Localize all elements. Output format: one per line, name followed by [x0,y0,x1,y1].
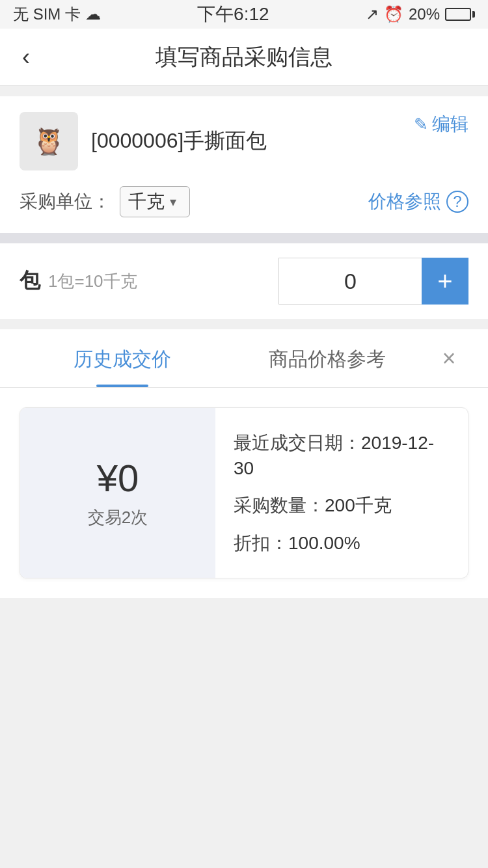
edit-icon: ✎ [414,115,428,135]
purchase-qty-value: 200千克 [325,495,392,515]
quantity-input[interactable] [278,258,422,305]
discount-row: 折扣：100.00% [234,530,450,556]
history-trade-count: 交易2次 [88,506,148,529]
status-left: 无 SIM 卡 ☁ [13,4,101,25]
status-bar: 无 SIM 卡 ☁ 下午6:12 ↗ ⏰ 20% [0,0,488,29]
price-reference-button[interactable]: 价格参照 ? [368,189,468,214]
unit-value: 千克 [128,189,165,214]
help-icon: ? [446,191,468,213]
section-divider [0,233,488,243]
history-card: ¥0 交易2次 最近成交日期：2019-12-30 采购数量：200千克 折扣：… [20,407,468,578]
discount-label: 折扣： [234,533,288,553]
status-time: 下午6:12 [197,2,269,27]
quantity-label-group: 包 1包=10千克 [20,267,137,295]
quantity-conversion-label: 1包=10千克 [48,270,137,293]
unit-selector-group: 采购单位： 千克 ▾ [20,186,190,217]
quantity-input-group: + [278,258,468,305]
purchase-qty-label: 采购数量： [234,495,325,515]
battery-percent: 20% [409,5,440,23]
product-section: 🦉 [0000006]手撕面包 ✎ 编辑 采购单位： 千克 ▾ 价格参照 ? [0,96,488,233]
tab-section: 历史成交价 商品价格参考 × ¥0 交易2次 最近成交日期：2019-12-30… [0,329,488,598]
history-price: ¥0 [97,456,139,500]
discount-value: 100.00% [288,533,360,553]
history-card-left: ¥0 交易2次 [20,408,215,578]
edit-label: 编辑 [432,112,468,137]
quantity-plus-button[interactable]: + [422,258,468,305]
chevron-down-icon: ▾ [170,194,176,210]
status-right: ↗ ⏰ 20% [366,5,475,23]
price-ref-label: 价格参照 [368,189,441,214]
gps-icon: ↗ [366,5,379,23]
unit-dropdown[interactable]: 千克 ▾ [120,186,190,217]
page-title: 填写商品采购信息 [52,42,436,72]
purchase-qty-row: 采购数量：200千克 [234,493,450,518]
back-button[interactable]: ‹ [0,29,52,86]
tab-history-price[interactable]: 历史成交价 [20,329,224,387]
sim-signal-text: 无 SIM 卡 ☁ [13,4,101,25]
tab-product-price-ref[interactable]: 商品价格参考 [224,329,429,387]
tab-bar: 历史成交价 商品价格参考 × [0,329,488,388]
tab-close-button[interactable]: × [429,339,468,378]
history-content: ¥0 交易2次 最近成交日期：2019-12-30 采购数量：200千克 折扣：… [0,388,488,598]
edit-button[interactable]: ✎ 编辑 [414,112,468,137]
quantity-row: 包 1包=10千克 + [0,243,488,319]
recent-date-row: 最近成交日期：2019-12-30 [234,430,450,481]
product-info: 🦉 [0000006]手撕面包 [20,112,267,170]
alarm-icon: ⏰ [384,5,403,23]
product-name: [0000006]手撕面包 [91,127,267,156]
product-image-placeholder: 🦉 [33,126,65,157]
main-background [0,598,488,868]
nav-bar: ‹ 填写商品采购信息 [0,29,488,86]
quantity-unit-badge: 包 [20,267,40,295]
battery-icon [445,8,475,21]
unit-label: 采购单位： [20,189,111,214]
recent-date-label: 最近成交日期： [234,433,361,453]
product-thumbnail: 🦉 [20,112,78,170]
history-card-right: 最近成交日期：2019-12-30 采购数量：200千克 折扣：100.00% [215,408,468,578]
